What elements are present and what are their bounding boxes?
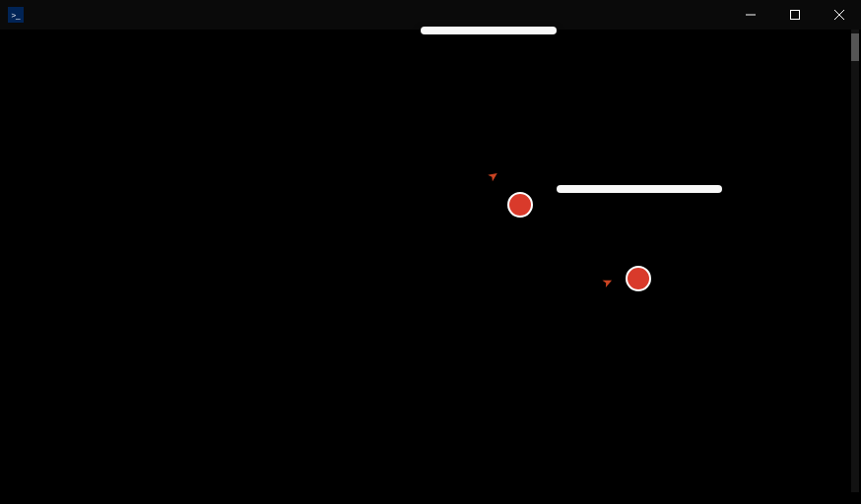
powershell-icon [8, 7, 24, 23]
annotation-badge-1 [507, 192, 533, 218]
titlebar [0, 0, 861, 30]
close-button[interactable] [817, 0, 861, 30]
edit-submenu [557, 185, 722, 193]
scrollbar[interactable] [851, 30, 859, 492]
annotation-badge-2 [626, 266, 651, 291]
svg-rect-1 [790, 11, 799, 20]
minimize-button[interactable] [728, 0, 772, 30]
window-controls [728, 0, 861, 30]
system-context-menu [421, 27, 557, 34]
scrollbar-thumb[interactable] [851, 33, 859, 61]
maximize-button[interactable] [772, 0, 817, 30]
terminal-output[interactable] [0, 30, 861, 343]
